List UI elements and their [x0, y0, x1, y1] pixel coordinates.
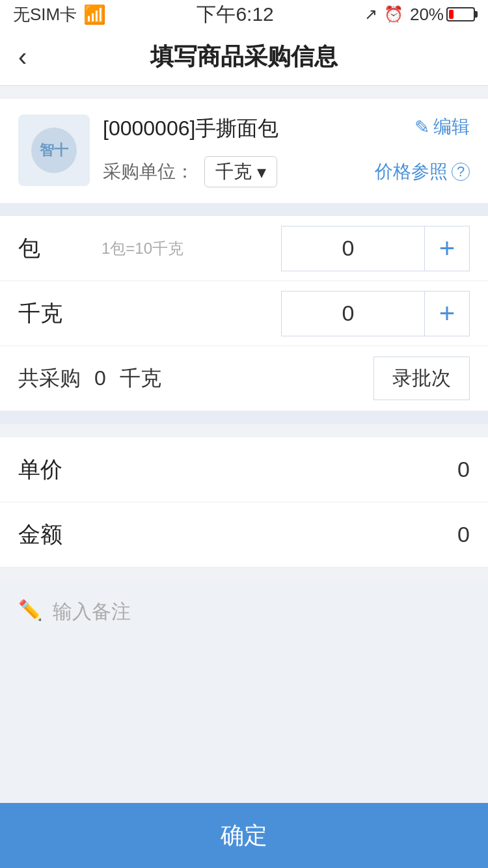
price-section: 单价 0 金额 0 — [0, 437, 488, 567]
bao-plus-button[interactable]: + — [424, 226, 470, 271]
status-left: 无SIM卡 📶 — [13, 3, 106, 26]
bao-input-row: 包 1包=10千克 + — [0, 216, 488, 281]
bao-sublabel: 1包=10千克 — [102, 238, 183, 259]
info-icon: ? — [452, 163, 470, 181]
kg-label: 千克 — [18, 299, 96, 329]
logo-text: 智十 — [40, 141, 68, 160]
total-value: 0 — [94, 366, 106, 390]
amount-row: 金额 0 — [0, 502, 488, 567]
kg-input-row: 千克 + — [0, 281, 488, 346]
edit-icon: ✎ — [414, 116, 429, 138]
unit-select-dropdown[interactable]: 千克 ▾ — [204, 156, 277, 187]
battery-indicator: 20% — [410, 5, 475, 25]
edit-button[interactable]: ✎ 编辑 — [414, 115, 470, 139]
price-ref-label: 价格参照 — [375, 159, 448, 184]
status-bar: 无SIM卡 📶 下午6:12 ↗ ⏰ 20% — [0, 0, 488, 29]
total-unit: 千克 — [120, 366, 161, 390]
unit-price-row: 单价 0 — [0, 437, 488, 502]
bao-quantity-input[interactable] — [281, 226, 424, 271]
alarm-icon: ⏰ — [384, 5, 403, 23]
product-card: 智十 [0000006]手撕面包 采购单位： 千克 ▾ 价格参照 ? ✎ 编辑 — [0, 99, 488, 203]
remark-section[interactable]: ✏️ 输入备注 — [0, 580, 488, 815]
battery-fill — [449, 10, 454, 19]
status-right: ↗ ⏰ 20% — [364, 5, 475, 25]
total-text-prefix: 共采购 — [18, 366, 81, 390]
unit-label: 采购单位： — [103, 159, 194, 184]
unit-price-label: 单价 — [18, 455, 62, 485]
kg-input-right: + — [281, 291, 470, 336]
edit-label: 编辑 — [433, 115, 470, 139]
remark-placeholder: 输入备注 — [53, 599, 131, 625]
confirm-button[interactable]: 确定 — [0, 803, 488, 868]
product-unit-row: 采购单位： 千克 ▾ 价格参照 ? — [103, 156, 470, 187]
dropdown-arrow-icon: ▾ — [257, 161, 266, 183]
amount-label: 金额 — [18, 520, 62, 550]
amount-value: 0 — [457, 522, 470, 547]
battery-bar — [446, 7, 475, 21]
carrier-text: 无SIM卡 — [13, 3, 77, 26]
input-section: 包 1包=10千克 + 千克 + — [0, 216, 488, 346]
battery-percent: 20% — [410, 5, 444, 25]
unit-select-value: 千克 — [215, 159, 252, 184]
bao-label: 包 — [18, 234, 96, 264]
unit-price-value: 0 — [457, 457, 470, 482]
section-divider-2 — [0, 411, 488, 424]
pencil-icon: ✏️ — [18, 599, 42, 621]
back-button[interactable]: ‹ — [18, 42, 27, 72]
location-icon: ↗ — [364, 5, 377, 23]
status-time: 下午6:12 — [197, 1, 273, 28]
wifi-icon: 📶 — [83, 4, 106, 25]
kg-plus-button[interactable]: + — [424, 291, 470, 336]
product-thumbnail: 智十 — [18, 115, 90, 186]
nav-header: ‹ 填写商品采购信息 — [0, 29, 488, 86]
bao-input-right: + — [281, 226, 470, 271]
total-row: 共采购 0 千克 录批次 — [0, 346, 488, 411]
total-label: 共采购 0 千克 — [18, 364, 373, 393]
price-ref-button[interactable]: 价格参照 ? — [375, 159, 470, 184]
kg-quantity-input[interactable] — [281, 291, 424, 336]
record-batch-button[interactable]: 录批次 — [373, 357, 470, 400]
product-logo: 智十 — [31, 128, 77, 173]
section-divider-1 — [0, 203, 488, 216]
page-title: 填写商品采购信息 — [150, 41, 338, 73]
